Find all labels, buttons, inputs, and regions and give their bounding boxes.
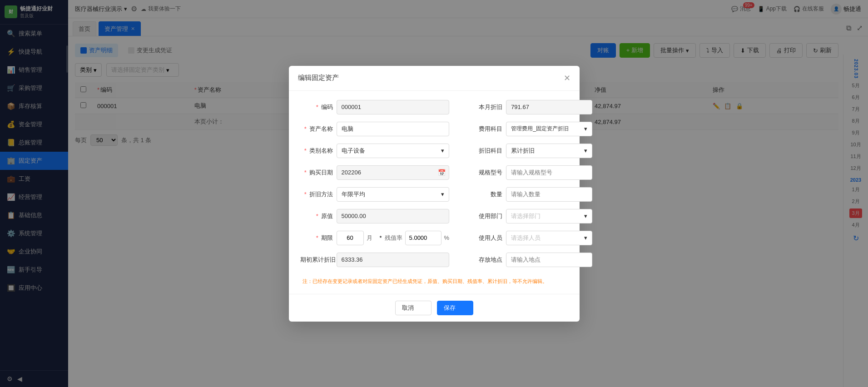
person-dropdown-icon: ▾ <box>584 234 587 241</box>
label-original-value: * 原值 <box>300 212 337 220</box>
select-department[interactable]: 请选择部门 ▾ <box>506 209 592 223</box>
input-code[interactable] <box>337 100 450 114</box>
select-expense-subject[interactable]: 管理费用_固定资产折旧 ▾ <box>506 122 592 136</box>
form-col-quantity: 数量 <box>472 187 592 202</box>
form-row-dep-subject: 折旧科目 累计折旧 ▾ <box>472 144 592 158</box>
select-person[interactable]: 请选择人员 ▾ <box>506 231 592 245</box>
form-col-original-value: * 原值 <box>300 209 450 223</box>
form-row-initial-dep: 期初累计折旧 <box>300 253 450 267</box>
expense-subject-value: 管理费用_固定资产折旧 <box>511 125 569 133</box>
cancel-label: 取消 <box>402 304 414 312</box>
form-row-location: 存放地点 <box>472 253 592 267</box>
modal-right-col: 本月折旧 费用科目 管理费用_固定资产折旧 <box>463 100 592 274</box>
input-monthly-dep <box>506 100 592 114</box>
form-col-dep-method: * 折旧方法 年限平均 ▾ <box>300 187 450 202</box>
dept-dropdown-icon: ▾ <box>584 213 587 219</box>
select-dep-method[interactable]: 年限平均 ▾ <box>337 187 450 202</box>
label-spec: 规格型号 <box>472 169 506 177</box>
modal-header: 编辑固定资产 ✕ <box>289 66 580 91</box>
form-row-name: * 资产名称 <box>300 122 450 136</box>
label-category: * 类别名称 <box>300 147 337 155</box>
expense-dropdown-icon: ▾ <box>584 125 587 132</box>
form-col-code: * 编码 <box>300 100 450 114</box>
period-unit: 月 <box>367 234 372 242</box>
calendar-icon[interactable]: 📅 <box>438 169 446 176</box>
select-dep-subject[interactable]: 累计折旧 ▾ <box>506 144 592 158</box>
form-col-location: 存放地点 <box>472 253 592 267</box>
input-initial-dep[interactable] <box>337 253 450 267</box>
form-col-period: * 期限 月 * 残值率 % <box>300 231 450 245</box>
input-name[interactable] <box>337 122 450 136</box>
input-spec[interactable] <box>506 165 592 180</box>
input-quantity[interactable] <box>506 187 592 202</box>
form-row-period: * 期限 月 * 残值率 % <box>300 231 450 245</box>
input-location[interactable] <box>506 253 592 267</box>
input-period[interactable] <box>337 231 364 245</box>
form-row-code: * 编码 <box>300 100 450 114</box>
save-btn[interactable]: 保存 <box>437 301 473 315</box>
form-row-original-value: * 原值 <box>300 209 450 223</box>
form-col-category: * 类别名称 电子设备 ▾ <box>300 144 450 158</box>
label-quantity: 数量 <box>472 190 506 198</box>
label-department: 使用部门 <box>472 212 506 220</box>
form-col-expense-subject: 费用科目 管理费用_固定资产折旧 ▾ <box>472 122 592 136</box>
modal-overlay: 编辑固定资产 ✕ * 编码 <box>0 0 868 387</box>
form-row-monthly-dep: 本月折旧 <box>472 100 592 114</box>
form-col-person: 使用人员 请选择人员 ▾ <box>472 231 592 245</box>
period-inline: 月 * 残值率 % <box>337 231 450 245</box>
category-dropdown-icon: ▾ <box>441 147 444 154</box>
form-col-initial-dep: 期初累计折旧 <box>300 253 450 267</box>
label-period: * 期限 <box>300 234 337 242</box>
dep-method-value: 年限平均 <box>342 190 365 198</box>
dep-subject-dropdown-icon: ▾ <box>584 147 587 154</box>
form-col-spec: 规格型号 <box>472 165 592 180</box>
input-original-value[interactable] <box>337 209 450 223</box>
label-expense-subject: 费用科目 <box>472 125 506 133</box>
form-row-expense-subject: 费用科目 管理费用_固定资产折旧 ▾ <box>472 122 592 136</box>
modal-close-btn[interactable]: ✕ <box>564 73 570 83</box>
residual-rate-unit: % <box>444 234 450 241</box>
input-purchase-date[interactable] <box>337 165 450 180</box>
label-dep-subject: 折旧科目 <box>472 147 506 155</box>
form-row-category: * 类别名称 电子设备 ▾ <box>300 144 450 158</box>
modal-title: 编辑固定资产 <box>298 74 339 82</box>
modal-footer: 取消 保存 <box>289 294 580 322</box>
label-monthly-dep: 本月折旧 <box>472 103 506 111</box>
modal-body: * 编码 * 资产名称 <box>289 91 580 294</box>
save-label: 保存 <box>444 304 456 312</box>
category-value: 电子设备 <box>342 147 365 155</box>
label-residual-rate: 残值率 <box>385 234 402 242</box>
form-col-name: * 资产名称 <box>300 122 450 136</box>
input-residual-rate[interactable] <box>405 231 441 245</box>
modal-note: 注：已经存在变更记录或者对应固定资产已经生成凭证，原值、购买日期、残值率、累计折… <box>300 278 568 285</box>
form-col-purchase-date: * 购买日期 📅 <box>300 165 450 180</box>
dep-subject-value: 累计折旧 <box>511 147 535 155</box>
label-location: 存放地点 <box>472 256 506 264</box>
label-dep-method: * 折旧方法 <box>300 190 337 198</box>
form-col-monthly-dep: 本月折旧 <box>472 100 592 114</box>
department-placeholder: 请选择部门 <box>511 212 541 220</box>
person-placeholder: 请选择人员 <box>511 234 541 242</box>
modal-columns: * 编码 * 资产名称 <box>300 100 568 274</box>
label-code: * 编码 <box>300 103 337 111</box>
modal-left-col: * 编码 * 资产名称 <box>300 100 459 274</box>
edit-asset-modal: 编辑固定资产 ✕ * 编码 <box>289 66 580 322</box>
label-initial-dep: 期初累计折旧 <box>300 256 337 264</box>
label-person: 使用人员 <box>472 234 506 242</box>
dep-method-dropdown-icon: ▾ <box>441 191 444 198</box>
cancel-btn[interactable]: 取消 <box>395 301 432 315</box>
select-category[interactable]: 电子设备 ▾ <box>337 144 450 158</box>
purchase-date-wrap: 📅 <box>337 165 450 180</box>
form-col-dep-subject: 折旧科目 累计折旧 ▾ <box>472 144 592 158</box>
form-row-department: 使用部门 请选择部门 ▾ <box>472 209 592 223</box>
form-row-spec: 规格型号 <box>472 165 592 180</box>
form-row-purchase-date: * 购买日期 📅 <box>300 165 450 180</box>
label-name: * 资产名称 <box>300 125 337 133</box>
form-row-quantity: 数量 <box>472 187 592 202</box>
label-purchase-date: * 购买日期 <box>300 169 337 177</box>
form-row-dep-method: * 折旧方法 年限平均 ▾ <box>300 187 450 202</box>
form-row-person: 使用人员 请选择人员 ▾ <box>472 231 592 245</box>
form-col-department: 使用部门 请选择部门 ▾ <box>472 209 592 223</box>
